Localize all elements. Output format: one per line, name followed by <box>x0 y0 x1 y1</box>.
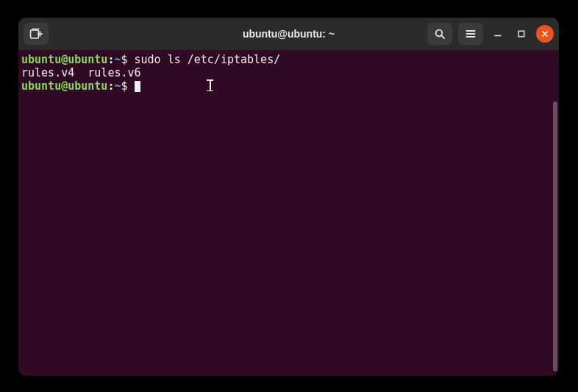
minimize-icon <box>494 30 502 38</box>
new-tab-icon <box>29 28 43 40</box>
prompt-user-host: ubuntu@ubuntu <box>21 79 107 93</box>
command-line-1: sudo ls /etc/iptables/ <box>135 53 281 66</box>
close-button[interactable] <box>536 25 554 43</box>
svg-rect-2 <box>518 31 524 37</box>
menu-button[interactable] <box>458 23 483 45</box>
title-bar: ubuntu@ubuntu: ~ <box>18 18 559 50</box>
prompt-user-host: ubuntu@ubuntu <box>21 53 107 66</box>
search-icon <box>434 28 446 40</box>
minimize-button[interactable] <box>489 25 507 43</box>
terminal-text: ubuntu@ubuntu:~$ sudo ls /etc/iptables/ … <box>21 53 556 93</box>
scrollbar[interactable] <box>553 101 557 371</box>
close-icon <box>541 30 549 38</box>
maximize-icon <box>518 30 525 38</box>
maximize-button[interactable] <box>513 25 530 43</box>
terminal-cursor <box>135 81 140 92</box>
prompt-symbol: $ <box>121 79 127 93</box>
svg-rect-0 <box>31 30 39 38</box>
hamburger-icon <box>465 28 477 40</box>
terminal-window: ubuntu@ubuntu: ~ <box>18 18 559 376</box>
terminal-viewport[interactable]: ubuntu@ubuntu:~$ sudo ls /etc/iptables/ … <box>18 50 559 376</box>
prompt-symbol: $ <box>121 53 127 66</box>
new-tab-button[interactable] <box>24 23 49 45</box>
search-button[interactable] <box>427 23 452 45</box>
output-line-1: rules.v4 rules.v6 <box>21 66 141 79</box>
